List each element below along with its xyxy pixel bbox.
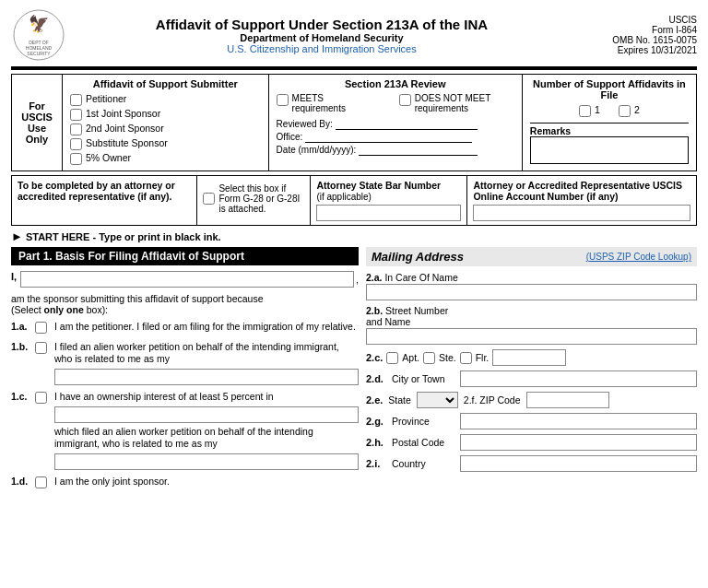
header-center: Affidavit of Support Under Section 213A …	[66, 17, 577, 54]
zip-lookup-link[interactable]: (USPS ZIP Code Lookup)	[586, 252, 691, 262]
flr-checkbox[interactable]	[460, 352, 472, 364]
zip-input[interactable]	[526, 392, 609, 408]
g28-row: Select this box if Form G-28 or G-28I is…	[203, 183, 304, 214]
field-2d-input[interactable]	[460, 370, 697, 387]
substitute-checkbox[interactable]	[70, 138, 82, 150]
omb-label: OMB No. 1615-0075	[577, 35, 697, 45]
remarks-box	[530, 136, 689, 164]
field-2g: 2.g. Province	[366, 413, 697, 429]
header: 🦅 DEPT OF HOMELAND SECURITY Affidavit of…	[11, 7, 697, 63]
substitute-item: Substitute Sponsor	[70, 137, 261, 150]
submitter-col: Affidavit of Support Submitter Petitione…	[63, 75, 269, 171]
field-1c-content: I have an ownership interest of at least…	[54, 391, 359, 470]
number-1-item: 1	[579, 104, 600, 117]
remarks-label: Remarks	[530, 125, 689, 136]
meets-checkbox[interactable]	[277, 94, 289, 106]
header-right: USCIS Form I-864 OMB No. 1615-0075 Expir…	[577, 15, 697, 55]
name-row: I, ,	[11, 271, 359, 288]
g28-checkbox[interactable]	[203, 193, 215, 205]
joint2-item: 2nd Joint Sponsor	[70, 123, 261, 135]
apt-checkbox[interactable]	[386, 352, 398, 364]
field-1a-checkbox[interactable]	[35, 322, 47, 334]
form-label: Form I-864	[577, 25, 697, 35]
field-2a-label: 2.a. In Care Of Name	[366, 272, 697, 283]
petitioner-checkbox[interactable]	[70, 94, 82, 106]
submitter-title: Affidavit of Support Submitter	[70, 78, 261, 89]
field-1b-input[interactable]	[54, 369, 359, 385]
field-1d-number: 1.d.	[11, 476, 31, 487]
field-1a-number: 1.a.	[11, 321, 31, 332]
field-2h-input[interactable]	[460, 434, 697, 451]
joint1-checkbox[interactable]	[70, 109, 82, 121]
field-1d-checkbox[interactable]	[35, 476, 47, 488]
petitioner-item: Petitioner	[70, 93, 261, 106]
reviewed-by-input[interactable]	[336, 119, 478, 130]
field-1c-input2[interactable]	[54, 453, 359, 470]
field-1a-content: I am the petitioner. I filed or am filin…	[54, 321, 359, 335]
mailing-title: Mailing Address	[372, 250, 464, 264]
date-row: Date (mm/dd/yyyy):	[277, 145, 514, 156]
zip-label: 2.f. ZIP Code	[464, 394, 521, 406]
subtitle2: U.S. Citizenship and Immigration Service…	[66, 43, 577, 54]
i-trailing-text: am the sponsor submitting this affidavit…	[11, 293, 359, 315]
owner-item: 5% Owner	[70, 152, 261, 165]
joint2-checkbox[interactable]	[70, 123, 82, 135]
bar-number-input[interactable]	[316, 205, 461, 221]
number-1-checkbox[interactable]	[579, 105, 591, 117]
attorney-account-col: Attorney or Accredited Representative US…	[467, 176, 696, 225]
office-row: Office:	[277, 132, 514, 143]
field-1b-number: 1.b.	[11, 341, 31, 352]
attorney-row: To be completed by an attorney or accred…	[11, 175, 697, 226]
field-2g-input[interactable]	[460, 413, 697, 429]
bar-title: Attorney State Bar Number	[316, 180, 461, 191]
review-title: Section 213A Review	[277, 78, 514, 89]
right-column: Mailing Address (USPS ZIP Code Lookup) 2…	[366, 247, 697, 495]
field-1c-input1[interactable]	[54, 406, 359, 423]
date-input[interactable]	[359, 145, 478, 156]
number-2-checkbox[interactable]	[619, 105, 631, 117]
account-title: Attorney or Accredited Representative US…	[473, 180, 690, 202]
apt-number-input[interactable]	[492, 349, 566, 366]
attorney-desc: To be completed by an attorney or accred…	[12, 176, 197, 225]
office-input[interactable]	[305, 132, 472, 143]
field-1c: 1.c. I have an ownership interest of at …	[11, 391, 359, 470]
field-2d-label: City or Town	[392, 373, 456, 384]
field-2h-id: 2.h.	[366, 437, 388, 448]
field-2g-label: Province	[392, 416, 456, 427]
field-1d: 1.d. I am the only joint sponsor.	[11, 476, 359, 490]
state-select[interactable]	[417, 392, 458, 408]
review-col: Section 213A Review MEETS requirements D…	[269, 75, 523, 171]
field-2a-input[interactable]	[366, 284, 697, 300]
field-1d-content: I am the only joint sponsor.	[54, 476, 359, 490]
apt-label: Apt.	[402, 352, 419, 363]
flr-label: Flr.	[476, 352, 490, 363]
start-here: ► START HERE - Type or print in black in…	[11, 229, 697, 243]
field-1b-content: I filed an alien worker petition on beha…	[54, 341, 359, 385]
field-1c-checkbox[interactable]	[35, 392, 47, 404]
field-2d-id: 2.d.	[366, 373, 388, 384]
number-2-item: 2	[619, 104, 640, 117]
main-title: Affidavit of Support Under Section 213A …	[66, 17, 577, 32]
account-number-input[interactable]	[473, 205, 690, 221]
does-not-meet-checkbox[interactable]	[399, 94, 411, 106]
attorney-bar-col: Attorney State Bar Number (if applicable…	[311, 176, 467, 225]
owner-checkbox[interactable]	[70, 153, 82, 165]
left-column: Part 1. Basis For Filing Affidavit of Su…	[11, 247, 359, 495]
field-1b-checkbox[interactable]	[35, 342, 47, 354]
number-col: Number of Support Affidavits in File 1 2…	[523, 75, 696, 171]
uscis-label: USCIS	[577, 15, 697, 25]
field-1c-number: 1.c.	[11, 391, 31, 402]
ste-checkbox[interactable]	[423, 352, 435, 364]
header-divider	[11, 66, 697, 70]
field-2i-label: Country	[392, 458, 456, 469]
mailing-heading: Mailing Address (USPS ZIP Code Lookup)	[366, 247, 697, 266]
field-2b-input[interactable]	[366, 328, 697, 345]
field-2i-input[interactable]	[460, 455, 697, 472]
admin-table: For USCIS Use Only Affidavit of Support …	[11, 74, 697, 171]
field-2c: 2.c. Apt. Ste. Flr.	[366, 349, 697, 366]
field-1b: 1.b. I filed an alien worker petition on…	[11, 341, 359, 385]
arrow-icon: ►	[11, 229, 23, 243]
field-2a: 2.a. In Care Of Name	[366, 272, 697, 300]
field-2c-id: 2.c.	[366, 352, 383, 363]
sponsor-name-input[interactable]	[20, 271, 354, 288]
